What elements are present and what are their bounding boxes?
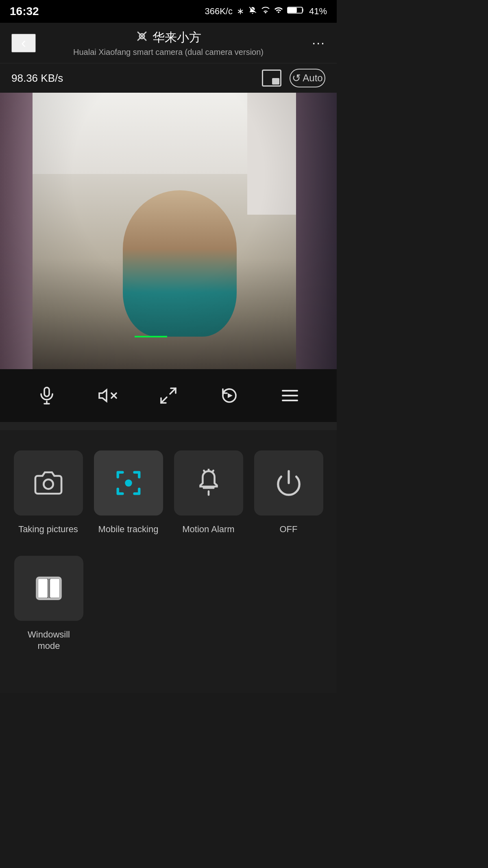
header-title-cn: 华来小方 bbox=[36, 29, 301, 46]
taking-pictures-item[interactable]: Taking pictures bbox=[12, 450, 84, 535]
mobile-tracking-item[interactable]: Mobile tracking bbox=[92, 450, 164, 535]
battery-icon bbox=[287, 6, 305, 17]
svg-point-15 bbox=[125, 479, 132, 487]
taking-pictures-label: Taking pictures bbox=[18, 524, 78, 535]
menu-button[interactable] bbox=[274, 379, 306, 412]
windowsill-mode-item[interactable]: Windowsill mode bbox=[12, 556, 85, 652]
notification-mute-icon bbox=[248, 6, 257, 17]
off-label: OFF bbox=[280, 524, 298, 535]
svg-point-14 bbox=[44, 479, 53, 489]
menu-icon bbox=[280, 386, 300, 405]
expand-icon bbox=[159, 386, 178, 405]
section-divider bbox=[0, 422, 337, 430]
pip-icon bbox=[262, 70, 281, 87]
camera-icon bbox=[34, 469, 63, 497]
network-speed: 98.36 KB/s bbox=[11, 72, 63, 85]
bluetooth-icon: ∗ bbox=[237, 6, 244, 17]
controls-bar bbox=[0, 369, 337, 422]
auto-label: Auto bbox=[303, 72, 322, 84]
power-icon bbox=[274, 469, 303, 497]
mobile-tracking-icon-box bbox=[94, 450, 163, 516]
off-item[interactable]: OFF bbox=[253, 450, 325, 535]
fullscreen-button[interactable] bbox=[152, 379, 185, 412]
mobile-tracking-label: Mobile tracking bbox=[98, 524, 159, 535]
header-subtitle: Hualai Xiaofang smart camera (dual camer… bbox=[36, 48, 301, 57]
tracking-icon bbox=[114, 469, 143, 497]
speed-bar-actions: ↺ Auto bbox=[262, 69, 325, 87]
svg-line-18 bbox=[204, 470, 205, 472]
rotate-icon: ↺ bbox=[292, 72, 301, 85]
speed-bar: 98.36 KB/s ↺ Auto bbox=[0, 63, 337, 93]
windowsill-icon bbox=[35, 574, 63, 603]
fisheye-overlay bbox=[0, 93, 337, 369]
status-time: 16:32 bbox=[10, 5, 39, 18]
status-right-icons: 366K/c ∗ 41% bbox=[205, 6, 327, 17]
mic-button[interactable] bbox=[30, 379, 63, 412]
function-row-1: Taking pictures Mobile tracking bbox=[12, 450, 325, 535]
network-speed-status: 366K/c bbox=[205, 6, 233, 17]
mute-button[interactable] bbox=[91, 379, 124, 412]
taking-pictures-icon-box bbox=[14, 450, 83, 516]
svg-marker-10 bbox=[228, 393, 233, 398]
function-panel: Taking pictures Mobile tracking bbox=[0, 430, 337, 693]
back-button[interactable]: ‹ bbox=[11, 34, 36, 52]
status-bar: 16:32 366K/c ∗ 41% bbox=[0, 0, 337, 23]
auto-btn: ↺ Auto bbox=[290, 69, 325, 87]
windowsill-mode-label: Windowsill mode bbox=[28, 629, 70, 652]
mute-icon bbox=[98, 386, 117, 405]
battery-percent: 41% bbox=[309, 6, 327, 17]
svg-line-8 bbox=[170, 388, 176, 394]
app-logo-icon bbox=[135, 30, 148, 46]
auto-rotate-button[interactable]: ↺ Auto bbox=[290, 69, 325, 87]
motion-alarm-icon-box bbox=[174, 450, 243, 516]
motion-alarm-icon bbox=[194, 469, 223, 497]
mic-icon bbox=[37, 386, 57, 405]
windowsill-mode-icon-box bbox=[14, 556, 83, 621]
svg-rect-20 bbox=[203, 487, 214, 489]
function-row-2: Windowsill mode bbox=[12, 556, 325, 652]
svg-line-9 bbox=[161, 397, 167, 403]
camera-feed bbox=[0, 93, 337, 369]
wifi-icon bbox=[261, 6, 270, 17]
replay-button[interactable] bbox=[213, 379, 246, 412]
off-icon-box bbox=[254, 450, 323, 516]
header: ‹ 华来小方 Hualai Xiaofang smart camera (dua… bbox=[0, 23, 337, 63]
motion-alarm-label: Motion Alarm bbox=[182, 524, 234, 535]
svg-rect-23 bbox=[50, 579, 59, 598]
svg-line-19 bbox=[212, 470, 213, 472]
replay-icon bbox=[220, 386, 239, 405]
motion-alarm-item[interactable]: Motion Alarm bbox=[172, 450, 244, 535]
svg-rect-22 bbox=[38, 579, 48, 598]
svg-rect-3 bbox=[44, 387, 49, 396]
signal-icon bbox=[274, 6, 283, 17]
more-options-button[interactable]: ··· bbox=[301, 35, 325, 50]
header-title-block: 华来小方 Hualai Xiaofang smart camera (dual … bbox=[36, 29, 301, 57]
pip-button[interactable] bbox=[262, 70, 281, 87]
svg-rect-1 bbox=[288, 8, 296, 13]
